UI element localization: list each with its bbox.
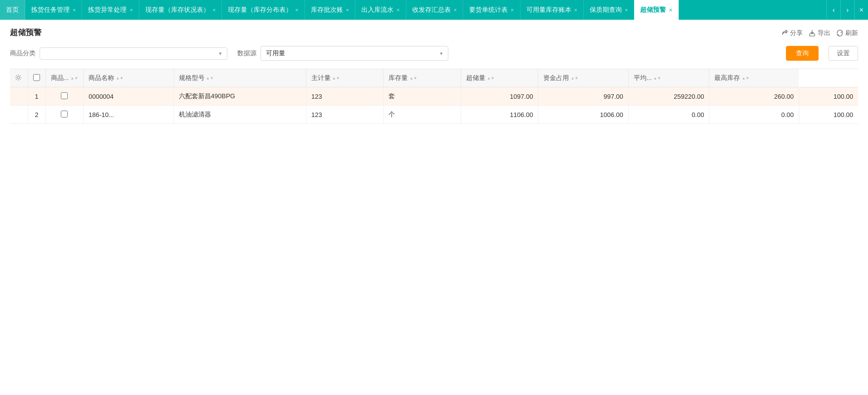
row-num-0: 1 [28, 87, 45, 106]
page-title: 超储预警 [10, 28, 42, 38]
datasource-chevron-icon: ▾ [440, 50, 443, 57]
nav-arrows: ‹ › × [826, 0, 868, 20]
nav-close-task[interactable]: × [73, 7, 76, 13]
nav-item-expiry[interactable]: 保质期查询 × [584, 0, 634, 20]
nav-item-task[interactable]: 拣货任务管理 × [25, 0, 82, 20]
row-num-1: 2 [28, 106, 45, 124]
nav-label-batch: 库存批次账 [311, 5, 343, 14]
row-stock-1: 1106.00 [461, 106, 538, 124]
refresh-label: 刷新 [845, 29, 858, 38]
th-max-stock-sort[interactable]: 最高库存 ▲▼ [714, 74, 749, 82]
nav-item-overstock[interactable]: 超储预警 × [634, 0, 678, 20]
nav-next-btn[interactable]: › [840, 0, 854, 20]
nav-label-demand: 要货单统计表 [469, 5, 508, 14]
th-product-name: 商品名称 ▲▼ [84, 69, 174, 87]
row-overstock-0: 997.00 [538, 87, 628, 106]
nav-close-all-btn[interactable]: × [854, 0, 868, 20]
nav-item-stock2[interactable]: 现存量（库存分布表） × [222, 0, 304, 20]
nav-label-available: 可用量库存账本 [526, 5, 571, 14]
table-row: 1 0000004 六配套新昌490BPG 123 套 1097.00 997.… [10, 87, 858, 106]
row-max-stock-0: 100.00 [799, 87, 858, 106]
nav-close-summary[interactable]: × [454, 7, 457, 13]
export-action[interactable]: 导出 [809, 29, 830, 38]
row-overstock-1: 1006.00 [538, 106, 628, 124]
th-overstock-sort[interactable]: 超储量 ▲▼ [466, 74, 495, 82]
row-product-name-0: 六配套新昌490BPG [174, 87, 306, 106]
row-unit-1: 个 [384, 106, 461, 124]
th-avg-sort[interactable]: 平均... ▲▼ [634, 74, 661, 82]
nav-item-demand[interactable]: 要货单统计表 × [463, 0, 520, 20]
datasource-filter-group: 数据源 可用量 ▾ [237, 46, 448, 61]
row-gear-1 [10, 106, 28, 124]
nav-item-batch[interactable]: 库存批次账 × [305, 0, 355, 20]
nav-close-available[interactable]: × [574, 7, 577, 13]
th-product-code-sort[interactable]: 商品... ▲▼ [51, 74, 79, 82]
nav-close-demand[interactable]: × [511, 7, 514, 13]
row-capital-0: 259220.00 [628, 87, 709, 106]
refresh-icon [836, 30, 843, 37]
th-unit: 主计量 ▲▼ [306, 69, 384, 87]
th-product-name-sort[interactable]: 商品名称 ▲▼ [88, 74, 124, 82]
nav-item-home[interactable]: 首页 [0, 0, 25, 20]
row-spec-0: 123 [306, 87, 384, 106]
nav-label-stock2: 现存量（库存分布表） [228, 5, 292, 14]
th-max-stock: 最高库存 ▲▼ [709, 69, 799, 87]
nav-label-expiry: 保质期查询 [590, 5, 622, 14]
row-avg-1: 0.00 [709, 106, 799, 124]
page-content: 超储预警 分享 导出 刷新 [0, 20, 868, 395]
nav-close-expiry[interactable]: × [625, 7, 628, 13]
nav-label-summary: 收发存汇总表 [412, 5, 451, 14]
nav-close-exception[interactable]: × [130, 7, 132, 13]
row-product-code-1: 186-10... [84, 106, 174, 124]
settings-icon[interactable] [15, 74, 22, 81]
nav-item-available[interactable]: 可用量库存账本 × [521, 0, 584, 20]
settings-button[interactable]: 设置 [828, 46, 858, 61]
filter-area: 商品分类 ▾ 数据源 可用量 ▾ 查询 设置 [10, 46, 858, 61]
datasource-label: 数据源 [237, 49, 257, 58]
table-row: 2 186-10... 机油滤清器 123 个 1106.00 1006.00 … [10, 106, 858, 124]
datasource-select[interactable]: 可用量 ▾ [260, 46, 448, 61]
refresh-action[interactable]: 刷新 [836, 29, 858, 38]
nav-close-overstock[interactable]: × [669, 7, 672, 13]
query-button[interactable]: 查询 [786, 46, 819, 61]
share-label: 分享 [790, 29, 803, 38]
nav-item-flow[interactable]: 出入库流水 × [355, 0, 406, 20]
top-navigation: 首页 拣货任务管理 × 拣货异常处理 × 现存量（库存状况表） × 现存量（库存… [0, 0, 868, 20]
row-capital-1: 0.00 [628, 106, 709, 124]
nav-label-stock1: 现存量（库存状况表） [145, 5, 210, 14]
th-spec-sort[interactable]: 规格型号 ▲▼ [179, 74, 214, 82]
category-label: 商品分类 [10, 49, 36, 58]
nav-prev-btn[interactable]: ‹ [826, 0, 840, 20]
share-action[interactable]: 分享 [781, 29, 803, 38]
data-table: 商品... ▲▼ 商品名称 ▲▼ 规格型号 ▲▼ [10, 69, 858, 124]
nav-close-batch[interactable]: × [346, 7, 349, 13]
nav-close-flow[interactable]: × [396, 7, 399, 13]
row-product-code-0: 0000004 [84, 87, 174, 106]
nav-label-flow: 出入库流水 [361, 5, 393, 14]
nav-item-stock1[interactable]: 现存量（库存状况表） × [139, 0, 222, 20]
nav-item-exception[interactable]: 拣货异常处理 × [82, 0, 139, 20]
row-checkbox-cell-0 [45, 87, 84, 106]
page-header: 超储预警 分享 导出 刷新 [10, 28, 858, 38]
th-avg: 平均... ▲▼ [628, 69, 709, 87]
nav-label-exception: 拣货异常处理 [88, 5, 127, 14]
th-capital-sort[interactable]: 资金占用 ▲▼ [543, 74, 578, 82]
nav-close-stock2[interactable]: × [295, 7, 298, 13]
th-capital: 资金占用 ▲▼ [538, 69, 628, 87]
row-unit-0: 套 [384, 87, 461, 106]
row-checkbox-1[interactable] [61, 111, 68, 118]
nav-close-stock1[interactable]: × [213, 7, 216, 13]
select-all-checkbox[interactable] [33, 74, 40, 81]
category-select[interactable]: ▾ [40, 47, 227, 60]
row-spec-1: 123 [306, 106, 384, 124]
th-stock-sort[interactable]: 库存量 ▲▼ [389, 74, 417, 82]
th-unit-sort[interactable]: 主计量 ▲▼ [311, 74, 340, 82]
sort-icon-spec: ▲▼ [206, 76, 214, 80]
export-icon [809, 30, 816, 37]
row-checkbox-0[interactable] [61, 92, 68, 99]
svg-point-1 [17, 76, 20, 79]
table-header-row: 商品... ▲▼ 商品名称 ▲▼ 规格型号 ▲▼ [10, 69, 858, 87]
row-checkbox-cell-1 [45, 106, 84, 124]
nav-item-summary[interactable]: 收发存汇总表 × [406, 0, 463, 20]
sort-icon-overstock: ▲▼ [487, 76, 495, 80]
